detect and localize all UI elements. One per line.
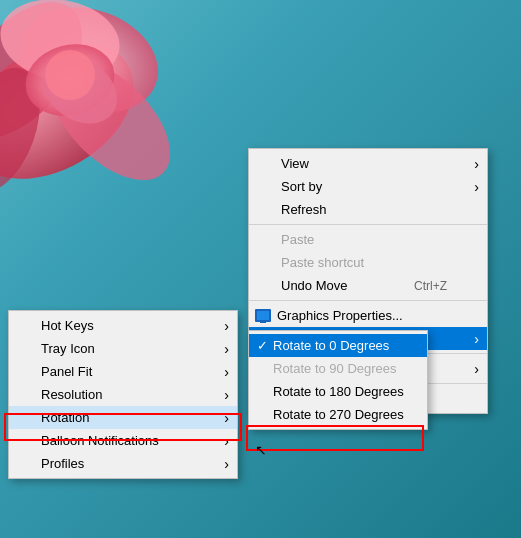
rose-image <box>0 0 230 200</box>
menu-item-rotate0[interactable]: ✓ Rotate to 0 Degrees <box>249 334 427 357</box>
menu-item-paste[interactable]: Paste <box>249 228 487 251</box>
view-label: View <box>281 156 309 171</box>
menu-item-view[interactable]: View <box>249 152 487 175</box>
menu-item-hotkeys[interactable]: Hot Keys <box>9 314 237 337</box>
separator-1 <box>249 224 487 225</box>
separator-2 <box>249 300 487 301</box>
rotate180-label: Rotate to 180 Degrees <box>273 384 404 399</box>
resolution-label: Resolution <box>41 387 102 402</box>
menu-item-graphics-props[interactable]: Graphics Properties... <box>249 304 487 327</box>
check-rotate0: ✓ <box>257 338 268 353</box>
paste-label: Paste <box>281 232 314 247</box>
profiles-label: Profiles <box>41 456 84 471</box>
menu-item-resolution[interactable]: Resolution <box>9 383 237 406</box>
menu-item-profiles[interactable]: Profiles <box>9 452 237 475</box>
menu-item-rotate90[interactable]: Rotate to 90 Degrees <box>249 357 427 380</box>
graphics-props-icon <box>253 308 273 324</box>
menu-item-undo[interactable]: Undo Move Ctrl+Z <box>249 274 487 297</box>
menu-item-refresh[interactable]: Refresh <box>249 198 487 221</box>
panelfit-label: Panel Fit <box>41 364 92 379</box>
menu-item-rotate180[interactable]: Rotate to 180 Degrees <box>249 380 427 403</box>
svg-point-8 <box>45 50 95 100</box>
menu-item-trayicon[interactable]: Tray Icon <box>9 337 237 360</box>
rotate270-label: Rotate to 270 Degrees <box>273 407 404 422</box>
menu-item-balloon[interactable]: Balloon Notifications <box>9 429 237 452</box>
menu-item-rotation[interactable]: Rotation <box>9 406 237 429</box>
sortby-label: Sort by <box>281 179 322 194</box>
undo-label: Undo Move <box>281 278 347 293</box>
undo-shortcut: Ctrl+Z <box>414 279 467 293</box>
menu-item-paste-shortcut[interactable]: Paste shortcut <box>249 251 487 274</box>
graphics-options-submenu[interactable]: Hot Keys Tray Icon Panel Fit Resolution … <box>8 310 238 479</box>
balloon-label: Balloon Notifications <box>41 433 159 448</box>
rotation-degree-submenu[interactable]: ✓ Rotate to 0 Degrees Rotate to 90 Degre… <box>248 330 428 430</box>
trayicon-label: Tray Icon <box>41 341 95 356</box>
refresh-label: Refresh <box>281 202 327 217</box>
hotkeys-label: Hot Keys <box>41 318 94 333</box>
rotation-label: Rotation <box>41 410 89 425</box>
rotate90-label: Rotate to 90 Degrees <box>273 361 397 376</box>
menu-item-rotate270[interactable]: Rotate to 270 Degrees <box>249 403 427 426</box>
rotate0-label: Rotate to 0 Degrees <box>273 338 389 353</box>
paste-shortcut-label: Paste shortcut <box>281 255 364 270</box>
menu-item-sortby[interactable]: Sort by <box>249 175 487 198</box>
graphics-props-label: Graphics Properties... <box>277 308 403 323</box>
menu-item-panelfit[interactable]: Panel Fit <box>9 360 237 383</box>
